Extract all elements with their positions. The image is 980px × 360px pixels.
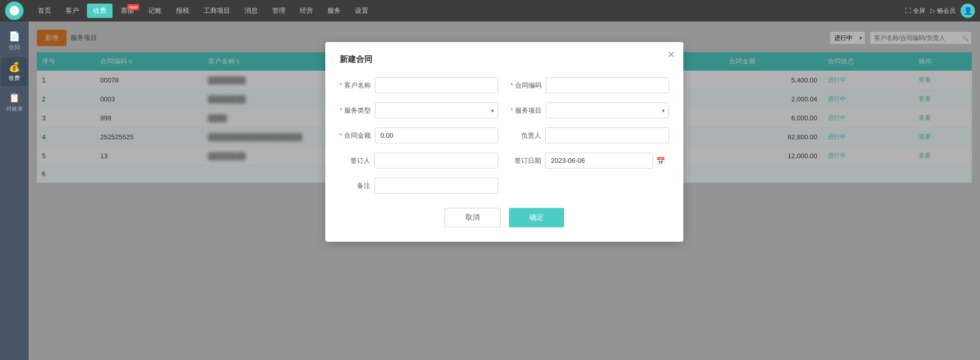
contract-no-input[interactable] — [546, 77, 669, 93]
confirm-button[interactable]: 确定 — [509, 208, 564, 227]
notes-field: 备注 — [340, 178, 498, 194]
sidebar-item-fee[interactable]: 💰 收费 — [1, 57, 28, 86]
sidebar: 📄 合同 💰 收费 📋 对账单 — [0, 22, 29, 360]
service-type-select[interactable] — [375, 102, 498, 118]
topnav-right: ⛶ 全屏 ▷ 畅会员 👤 — [905, 4, 975, 18]
modal-footer: 取消 确定 — [340, 208, 669, 227]
modal-title: 新建合同 — [340, 54, 669, 65]
svg-text:✿: ✿ — [12, 9, 16, 14]
sign-date-input[interactable] — [545, 153, 653, 168]
form-row-4: 签订人 签订日期 📅 — [340, 153, 669, 168]
contract-no-label: 合同编码 — [510, 81, 542, 90]
service-type-field: 服务类型 — [340, 102, 498, 118]
nav-item-bookkeeping[interactable]: 记账 — [142, 4, 168, 18]
nav-items: 首页 客户 收费 票据 new 记账 报税 工商项目 消息 管理 经营 服务 设… — [32, 4, 905, 18]
main-layout: 📄 合同 💰 收费 📋 对账单 新增 服务项目 进行中 已完成 已终止 — [0, 22, 980, 360]
sidebar-item-statement[interactable]: 📋 对账单 — [1, 88, 28, 117]
nav-item-fee[interactable]: 收费 — [87, 4, 113, 18]
responsible-label: 负责人 — [510, 131, 541, 140]
service-project-select[interactable] — [546, 102, 669, 118]
top-navigation: ✿ 首页 客户 收费 票据 new 记账 报税 工商项目 消息 管理 经营 服务… — [0, 0, 980, 22]
customer-name-label: 客户名称 — [340, 81, 371, 90]
nav-item-tax[interactable]: 报税 — [170, 4, 195, 18]
cancel-button[interactable]: 取消 — [444, 208, 501, 227]
service-project-select-wrapper — [546, 102, 669, 118]
avatar[interactable]: 👤 — [961, 4, 975, 18]
nav-item-service[interactable]: 服务 — [321, 4, 347, 18]
form-row-3: 合同金额 负责人 — [340, 128, 669, 143]
responsible-field: 负责人 — [510, 128, 669, 143]
sign-date-wrapper: 📅 — [545, 153, 669, 168]
service-project-label: 服务项目 — [510, 106, 542, 115]
statement-icon: 📋 — [9, 92, 20, 103]
sign-date-label: 签订日期 — [510, 156, 541, 165]
customer-name-input[interactable] — [375, 77, 498, 93]
fullscreen-button[interactable]: ⛶ 全屏 — [905, 7, 925, 15]
nav-item-home[interactable]: 首页 — [32, 4, 57, 18]
modal-overlay: ✕ 新建合同 客户名称 合同编码 服务类型 — [29, 22, 980, 360]
service-project-field: 服务项目 — [510, 102, 669, 118]
member-button[interactable]: ▷ 畅会员 — [930, 7, 955, 15]
contract-no-field: 合同编码 — [510, 77, 669, 93]
nav-item-manage[interactable]: 管理 — [266, 4, 292, 18]
form-row-1: 客户名称 合同编码 — [340, 77, 669, 93]
form-row-2: 服务类型 服务项目 — [340, 102, 669, 118]
play-icon: ▷ — [930, 7, 935, 14]
nav-item-operation[interactable]: 经营 — [294, 4, 319, 18]
nav-item-invoice[interactable]: 票据 new — [115, 4, 140, 18]
content-area: 新增 服务项目 进行中 已完成 已终止 序号 — [29, 22, 980, 360]
fullscreen-icon: ⛶ — [905, 7, 911, 14]
nav-item-customer[interactable]: 客户 — [59, 4, 85, 18]
signatory-label: 签订人 — [340, 156, 370, 165]
notes-input[interactable] — [374, 178, 498, 194]
notes-label: 备注 — [340, 181, 370, 190]
avatar-icon: 👤 — [964, 7, 972, 15]
contract-amount-input[interactable] — [375, 128, 498, 143]
calendar-icon: 📅 — [656, 157, 665, 165]
service-type-select-wrapper — [375, 102, 498, 118]
responsible-input[interactable] — [545, 128, 669, 143]
form-row-5: 备注 — [340, 178, 669, 194]
nav-item-settings[interactable]: 设置 — [349, 4, 374, 18]
contract-icon: 📄 — [9, 31, 20, 42]
nav-item-message[interactable]: 消息 — [238, 4, 264, 18]
sign-date-field: 签订日期 📅 — [510, 153, 669, 168]
signatory-input[interactable] — [374, 153, 498, 168]
app-logo[interactable]: ✿ — [5, 2, 24, 20]
new-badge: new — [127, 4, 139, 10]
modal-close-button[interactable]: ✕ — [667, 50, 675, 59]
signatory-field: 签订人 — [340, 153, 498, 168]
sidebar-item-contract[interactable]: 📄 合同 — [1, 27, 28, 55]
fee-icon: 💰 — [9, 61, 20, 73]
contract-amount-field: 合同金额 — [340, 128, 498, 143]
new-contract-modal: ✕ 新建合同 客户名称 合同编码 服务类型 — [325, 42, 683, 242]
contract-amount-label: 合同金额 — [340, 131, 371, 140]
service-type-label: 服务类型 — [340, 106, 371, 115]
customer-name-field: 客户名称 — [340, 77, 498, 93]
nav-item-business[interactable]: 工商项目 — [197, 4, 236, 18]
